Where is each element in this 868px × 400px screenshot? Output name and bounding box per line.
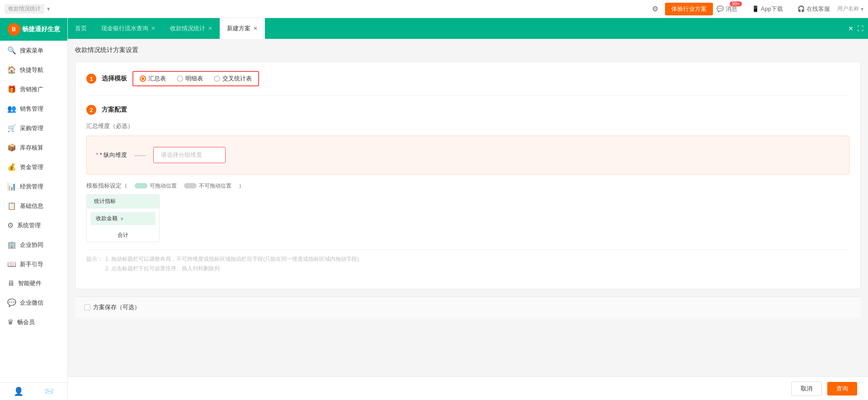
tip-indent bbox=[86, 265, 103, 273]
cart-icon: 🛒 bbox=[7, 124, 16, 132]
radio-cross[interactable]: 交叉统计表 bbox=[214, 75, 252, 83]
sidebar-item-label: 企业微信 bbox=[20, 299, 43, 307]
tab-cash-bank[interactable]: 现金银行流水查询 ✕ bbox=[94, 18, 163, 39]
sidebar-item-wechat[interactable]: 💬 企业微信 bbox=[0, 293, 67, 312]
tab-close-icon[interactable]: ✕ bbox=[208, 25, 212, 32]
save-option-label: 方案保存（可选） bbox=[93, 303, 140, 311]
support-button[interactable]: 🎧 在线客服 bbox=[797, 5, 830, 13]
divider bbox=[86, 95, 849, 96]
clipboard-icon: 📋 bbox=[7, 202, 16, 210]
support-icon: 🎧 bbox=[797, 5, 805, 12]
user-name: 用户名称 bbox=[837, 5, 859, 13]
breadcrumb-area: 收款情况统计 ▾ bbox=[5, 4, 645, 14]
sidebar-bottom: 👤 📨 bbox=[0, 382, 67, 400]
radio-detail[interactable]: 明细表 bbox=[177, 75, 203, 83]
cancel-button[interactable]: 取消 bbox=[791, 381, 822, 396]
step1-row: 1 选择模板 汇总表 明细表 交叉统计表 bbox=[86, 71, 849, 86]
user-chevron-icon: ▾ bbox=[861, 6, 863, 12]
save-checkbox[interactable] bbox=[84, 304, 90, 311]
users-icon: 👥 bbox=[7, 104, 16, 113]
query-button[interactable]: 查询 bbox=[827, 382, 857, 395]
dimension-area: * * 纵向维度 —— 请选择分组维度 bbox=[86, 136, 849, 174]
window-maximize-icon[interactable]: ⛶ bbox=[857, 25, 863, 32]
radio-label-summary: 汇总表 bbox=[148, 75, 166, 83]
sidebar-item-label: 销售管理 bbox=[20, 105, 43, 113]
sidebar-item-label: 新手引导 bbox=[20, 260, 43, 268]
chart-icon: 📊 bbox=[7, 182, 16, 191]
tab-home[interactable]: 首页 bbox=[68, 18, 94, 39]
main-layout: B 畅捷通好生意 🔍 搜索菜单 🏠 快捷导航 🎁 营销推广 👥 销售管理 🛒 采… bbox=[0, 18, 868, 400]
sidebar-bottom-icon2[interactable]: 📨 bbox=[44, 386, 54, 396]
metrics-container: 统计指标 收款金额 ∨ 合计 bbox=[86, 194, 160, 242]
vertical-dim-label: * * 纵向维度 bbox=[96, 151, 127, 159]
radio-label-detail: 明细表 bbox=[185, 75, 203, 83]
drag-fixed-legend: 不可拖动位置 bbox=[184, 182, 231, 190]
radio-label-cross: 交叉统计表 bbox=[222, 75, 252, 83]
message-button[interactable]: 💬 消息 99+ bbox=[717, 5, 737, 13]
tab-new-plan[interactable]: 新建方案 ✕ bbox=[220, 18, 265, 39]
drag-movable-indicator bbox=[135, 183, 147, 188]
tab-close-icon[interactable]: ✕ bbox=[151, 25, 156, 32]
drag-movable-legend: 可拖动位置 bbox=[135, 182, 177, 190]
sidebar-item-finance[interactable]: 💰 资金管理 bbox=[0, 157, 67, 177]
industry-btn[interactable]: 体验行业方案 bbox=[665, 3, 713, 15]
drag-legend: 可拖动位置 不可拖动位置 ） bbox=[135, 182, 244, 190]
template-radio-group: 汇总表 明细表 交叉统计表 bbox=[132, 71, 259, 86]
sidebar-item-quick-nav[interactable]: 🏠 快捷导航 bbox=[0, 60, 67, 80]
bottom-bar: 取消 查询 bbox=[68, 376, 868, 400]
sidebar-item-sales[interactable]: 👥 销售管理 bbox=[0, 99, 67, 118]
monitor-icon: 🖥 bbox=[7, 279, 14, 287]
download-button[interactable]: 📱 App下载 bbox=[752, 5, 783, 13]
breadcrumb: 收款情况统计 bbox=[5, 4, 44, 14]
crown-icon: ♛ bbox=[7, 318, 14, 326]
window-close-icon[interactable]: ✕ bbox=[848, 25, 854, 32]
close-paren: ） bbox=[239, 182, 244, 190]
radio-dot-summary bbox=[140, 75, 146, 82]
sidebar-item-label: 库存核算 bbox=[20, 144, 43, 152]
subtotal-cell: 合计 bbox=[87, 229, 159, 242]
required-star: * bbox=[96, 151, 98, 158]
sidebar-item-guide[interactable]: 📖 新手引导 bbox=[0, 254, 67, 274]
sidebar-item-smart-hw[interactable]: 🖥 智能硬件 bbox=[0, 274, 67, 293]
tip-item-1: 提示： 1. 拖动标题栏可以调整布局，不可跨维度或指标区域拖动栏目字段(只能在同… bbox=[86, 255, 849, 263]
sidebar-item-marketing[interactable]: 🎁 营销推广 bbox=[0, 80, 67, 99]
sidebar-item-basic-info[interactable]: 📋 基础信息 bbox=[0, 196, 67, 216]
home-icon: 🏠 bbox=[7, 66, 16, 74]
tab-bar: 首页 现金银行流水查询 ✕ 收款情况统计 ✕ 新建方案 ✕ ✕ ⛶ bbox=[68, 18, 868, 39]
search-icon: 🔍 bbox=[7, 46, 16, 55]
building-icon: 🏢 bbox=[7, 240, 16, 249]
sidebar-item-purchase[interactable]: 🛒 采购管理 bbox=[0, 118, 67, 138]
content-area: 首页 现金银行流水查询 ✕ 收款情况统计 ✕ 新建方案 ✕ ✕ ⛶ 收款情况统计… bbox=[68, 18, 868, 400]
chevron-down-icon[interactable]: ∨ bbox=[120, 216, 123, 221]
sidebar-item-label: 畅会员 bbox=[17, 318, 35, 326]
download-icon: 📱 bbox=[752, 5, 759, 12]
metrics-section-label: 模板指标设定（ 可拖动位置 不可拖动位置 ） bbox=[86, 182, 849, 190]
sidebar-item-system[interactable]: ⚙ 系统管理 bbox=[0, 216, 67, 235]
top-right: 💬 消息 99+ 📱 App下载 🎧 在线客服 用户名称 ▾ bbox=[717, 5, 863, 13]
tip-text-1: 1. 拖动标题栏可以调整布局，不可跨维度或指标区域拖动栏目字段(只能在同一维度或… bbox=[105, 255, 359, 263]
drag-fixed-indicator bbox=[184, 183, 197, 188]
logo-icon: B bbox=[8, 23, 20, 36]
radio-summary[interactable]: 汇总表 bbox=[140, 75, 166, 83]
sidebar-item-enterprise[interactable]: 🏢 企业协同 bbox=[0, 235, 67, 254]
tip-text-2: 2. 点击标题栏下拉可设置排序、插入列和删除列 bbox=[105, 265, 220, 273]
sidebar: B 畅捷通好生意 🔍 搜索菜单 🏠 快捷导航 🎁 营销推广 👥 销售管理 🛒 采… bbox=[0, 18, 68, 400]
sidebar-item-label: 基础信息 bbox=[20, 202, 43, 210]
user-area[interactable]: 用户名称 ▾ bbox=[837, 5, 863, 13]
step2-number: 2 bbox=[86, 105, 96, 115]
metrics-label-text: 模板指标设定（ bbox=[86, 182, 127, 190]
tab-label: 收款情况统计 bbox=[170, 24, 205, 33]
chevron-down-icon[interactable]: ▾ bbox=[47, 5, 50, 12]
tab-collection-stats[interactable]: 收款情况统计 ✕ bbox=[163, 18, 220, 39]
sidebar-bottom-icon1[interactable]: 👤 bbox=[14, 386, 24, 396]
gear-button[interactable]: ⚙ bbox=[649, 3, 661, 15]
sidebar-item-member[interactable]: ♛ 畅会员 bbox=[0, 312, 67, 332]
dimension-select[interactable]: 请选择分组维度 bbox=[153, 147, 226, 163]
collection-amount-tag[interactable]: 收款金额 ∨ bbox=[90, 212, 156, 225]
tab-close-icon[interactable]: ✕ bbox=[253, 25, 258, 32]
book-icon: 📖 bbox=[7, 260, 16, 268]
sidebar-item-inventory[interactable]: 📦 库存核算 bbox=[0, 138, 67, 157]
sidebar-item-management[interactable]: 📊 经营管理 bbox=[0, 177, 67, 196]
sidebar-item-label: 营销推广 bbox=[20, 85, 43, 94]
sidebar-item-search-menu[interactable]: 🔍 搜索菜单 bbox=[0, 41, 67, 60]
